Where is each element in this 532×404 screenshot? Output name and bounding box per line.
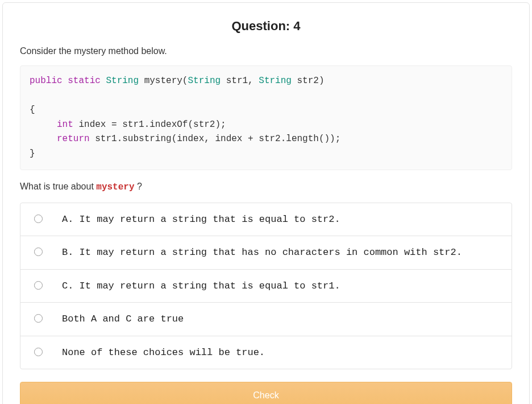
code-token: { (30, 105, 35, 115)
code-token: return (57, 134, 90, 144)
code-token: str2) (292, 76, 325, 86)
option-text: C. It may return a string that is equal … (62, 279, 501, 294)
code-token: String (106, 76, 139, 86)
code-token: String (259, 76, 292, 86)
option-text: None of these choices will be true. (62, 345, 501, 360)
code-token: static (68, 76, 101, 86)
question-prompt: Consider the mystery method below. (20, 46, 512, 56)
question-followup: What is true about mystery ? (20, 182, 512, 192)
option-text: B. It may return a string that has no ch… (62, 245, 501, 260)
code-token: int (57, 119, 73, 130)
code-token (30, 119, 57, 130)
code-token: public (30, 76, 63, 86)
followup-post: ? (135, 182, 142, 191)
question-title: Question: 4 (20, 19, 512, 34)
option-row[interactable]: B. It may return a string that has no ch… (20, 236, 512, 270)
radio-icon[interactable] (34, 215, 43, 223)
code-token (30, 134, 57, 144)
code-token: index = str1.indexOf(str2); (73, 119, 226, 130)
option-row[interactable]: Both A and C are true (20, 303, 512, 336)
code-block: public static String mystery(String str1… (20, 65, 512, 170)
radio-icon[interactable] (34, 248, 43, 256)
radio-icon[interactable] (34, 281, 43, 290)
radio-icon[interactable] (34, 314, 43, 323)
followup-pre: What is true about (20, 182, 96, 191)
followup-code: mystery (96, 182, 134, 192)
code-token: str1.substring(index, index + str2.lengt… (90, 134, 341, 144)
option-row[interactable]: C. It may return a string that is equal … (20, 270, 512, 303)
code-token: str1, (221, 76, 259, 86)
option-text: Both A and C are true (62, 312, 501, 327)
option-row[interactable]: None of these choices will be true. (20, 336, 512, 369)
code-token: String (188, 76, 221, 86)
option-text: A. It may return a string that is equal … (62, 212, 501, 227)
radio-icon[interactable] (34, 348, 43, 356)
code-token: } (30, 149, 35, 159)
question-card: Question: 4 Consider the mystery method … (2, 2, 530, 404)
options-list: A. It may return a string that is equal … (20, 203, 512, 370)
check-button[interactable]: Check (20, 382, 512, 404)
code-token: mystery( (144, 76, 188, 86)
option-row[interactable]: A. It may return a string that is equal … (20, 203, 512, 237)
